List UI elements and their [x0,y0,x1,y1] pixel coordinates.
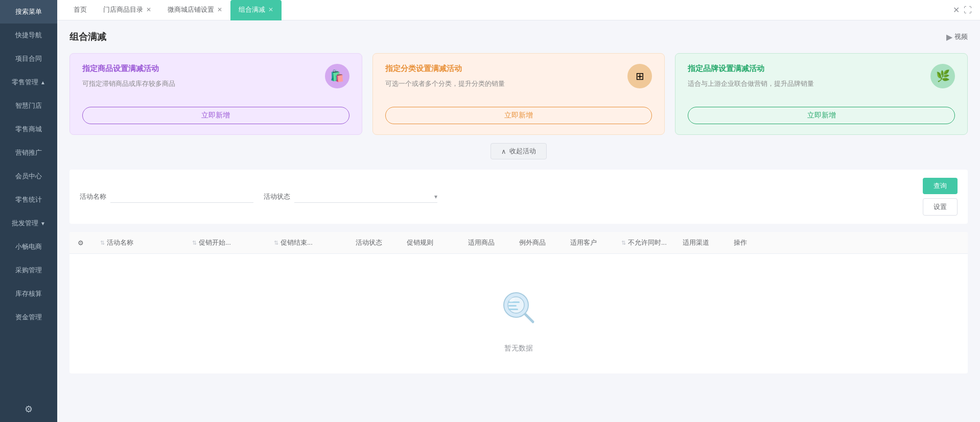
gear-icon: ⚙ [25,404,33,414]
goods-card-icon: 🛍️ [325,64,349,88]
sidebar-item-label: 零售统计 [15,196,42,203]
th-name[interactable]: ⇅ 活动名称 [96,232,188,253]
category-card-title: 指定分类设置满减活动 [385,64,652,74]
svg-rect-4 [508,305,517,307]
collapse-label: 收起活动 [509,147,536,156]
sort-icon: ⇅ [192,240,197,246]
tab-wechat-store-label: 微商城店铺设置 [168,5,214,14]
sidebar-item-label: 资金管理 [15,313,42,321]
sidebar-item-label: 快捷导航 [15,31,42,39]
tab-wechat-store[interactable]: 微商城店铺设置 ✕ [159,0,230,20]
sidebar-item-member-center[interactable]: 会员中心 [0,165,57,188]
th-noallow[interactable]: ⇅ 不允许同时... [617,232,679,253]
query-button[interactable]: 查询 [923,178,958,194]
close-window-button[interactable]: ✕ [953,5,960,15]
tab-bar: 首页 门店商品目录 ✕ 微商城店铺设置 ✕ 组合满减 ✕ ✕ ⛶ [57,0,980,20]
filter-actions: 查询 设置 [923,178,958,216]
sidebar-item-purchase-mgmt[interactable]: 采购管理 [0,259,57,282]
gear-icon: ⚙ [78,239,84,247]
video-link[interactable]: ▶ 视频 [946,32,968,42]
video-label: 视频 [954,32,968,41]
sidebar: 搜索菜单 快捷导航 项目合同 零售管理 ▲ 智慧门店 零售商城 营销推广 会员中… [0,0,57,422]
th-rule: 促销规则 [403,232,464,253]
filter-activity-name: 活动名称 [80,191,253,203]
sidebar-item-retail-mgmt[interactable]: 零售管理 ▲ [0,71,57,94]
sidebar-item-label: 库存核算 [15,290,42,297]
sidebar-item-label: 会员中心 [15,172,42,180]
goods-card-add-button[interactable]: 立即新增 [82,107,349,124]
category-card-desc: 可选一个或者多个分类，提升分类的销量 [385,79,652,99]
sidebar-item-label: 营销推广 [15,149,42,156]
fullscreen-button[interactable]: ⛶ [964,5,972,15]
sort-icon: ⇅ [621,240,626,246]
svg-line-2 [525,314,533,322]
sidebar-item-label: 零售商城 [15,125,42,133]
activity-card-goods: 指定商品设置满减活动 🛍️ 可指定滞销商品或库存较多商品 立即新增 [69,53,362,135]
sidebar-item-inventory[interactable]: 库存核算 [0,282,57,306]
sidebar-item-label: 批发管理 [12,219,38,228]
sidebar-item-retail-mall[interactable]: 零售商城 [0,118,57,141]
brand-card-title: 指定品牌设置满减活动 [688,64,955,74]
tab-store-catalog[interactable]: 门店商品目录 ✕ [95,0,159,20]
sort-icon: ⇅ [100,240,105,246]
sidebar-item-wholesale-mgmt[interactable]: 批发管理 ▼ [0,212,57,235]
main-area: 首页 门店商品目录 ✕ 微商城店铺设置 ✕ 组合满减 ✕ ✕ ⛶ 组合满减 ▶ … [57,0,980,422]
th-status: 活动状态 [352,232,403,253]
page-title: 组合满减 [69,31,106,43]
tab-store-catalog-close-icon[interactable]: ✕ [146,6,151,13]
collapse-bar: ∧ 收起活动 [69,143,968,159]
sidebar-item-smart-store[interactable]: 智慧门店 [0,94,57,118]
tab-combo-discount[interactable]: 组合满减 ✕ [230,0,282,20]
th-end[interactable]: ⇅ 促销结束... [270,232,352,253]
sidebar-item-label: 小畅电商 [15,243,42,250]
table-header: ⚙ ⇅ 活动名称 ⇅ 促销开始... ⇅ 促销结束... 活动状态 [69,232,968,254]
setting-button[interactable]: 设置 [923,198,958,216]
th-action: 操作 [730,232,964,253]
tab-combo-discount-close-icon[interactable]: ✕ [268,6,273,13]
data-table: ⚙ ⇅ 活动名称 ⇅ 促销开始... ⇅ 促销结束... 活动状态 [69,232,968,373]
sidebar-item-label: 搜索菜单 [15,8,42,15]
sidebar-item-marketing[interactable]: 营销推广 [0,141,57,165]
category-card-add-button[interactable]: 立即新增 [385,107,652,124]
sort-icon: ⇅ [274,240,278,246]
sidebar-item-fund-mgmt[interactable]: 资金管理 [0,306,57,329]
sidebar-item-quick-nav[interactable]: 快捷导航 [0,24,57,47]
empty-illustration [493,285,544,336]
th-gear[interactable]: ⚙ [74,233,96,253]
chevron-up-icon: ▲ [40,80,45,85]
sidebar-item-xiaochang-ec[interactable]: 小畅电商 [0,235,57,259]
sidebar-item-retail-stats[interactable]: 零售统计 [0,188,57,212]
tab-store-catalog-label: 门店商品目录 [103,5,143,14]
svg-rect-5 [508,309,518,310]
brand-card-desc: 适合与上游企业联合做营销，提升品牌销量 [688,79,955,99]
th-channel: 适用渠道 [679,232,730,253]
th-start[interactable]: ⇅ 促销开始... [188,232,270,253]
brand-card-icon: 🌿 [930,64,955,88]
activity-card-category: 指定分类设置满减活动 ⊞ 可选一个或者多个分类，提升分类的销量 立即新增 [372,53,665,135]
tab-home-label: 首页 [74,5,87,14]
sidebar-item-label: 项目合同 [15,55,42,62]
tab-home[interactable]: 首页 [65,0,95,20]
activity-cards: 指定商品设置满减活动 🛍️ 可指定滞销商品或库存较多商品 立即新增 指定分类设置… [69,53,968,135]
filter-bar: 活动名称 活动状态 ▾ 查询 设置 [69,170,968,224]
goods-card-desc: 可指定滞销商品或库存较多商品 [82,79,349,99]
category-card-icon: ⊞ [627,64,652,88]
activity-status-label: 活动状态 [264,192,290,201]
sidebar-item-search-menu[interactable]: 搜索菜单 [0,0,57,24]
chevron-down-icon: ▾ [434,193,437,200]
brand-card-add-button[interactable]: 立即新增 [688,107,955,124]
sidebar-item-label: 智慧门店 [15,102,42,109]
th-goods: 适用商品 [464,232,515,253]
th-except: 例外商品 [515,232,566,253]
th-customer: 适用客户 [566,232,617,253]
activity-name-label: 活动名称 [80,192,106,201]
collapse-activity-button[interactable]: ∧ 收起活动 [491,143,547,159]
sidebar-item-label: 零售管理 [12,78,38,87]
sidebar-item-project-contract[interactable]: 项目合同 [0,47,57,71]
activity-status-input[interactable] [294,191,434,202]
tab-wechat-store-close-icon[interactable]: ✕ [217,6,222,13]
activity-name-input[interactable] [110,191,253,203]
settings-button[interactable]: ⚙ [0,396,57,422]
chevron-down-icon: ▼ [40,221,45,226]
filter-activity-status: 活动状态 ▾ [264,191,437,203]
